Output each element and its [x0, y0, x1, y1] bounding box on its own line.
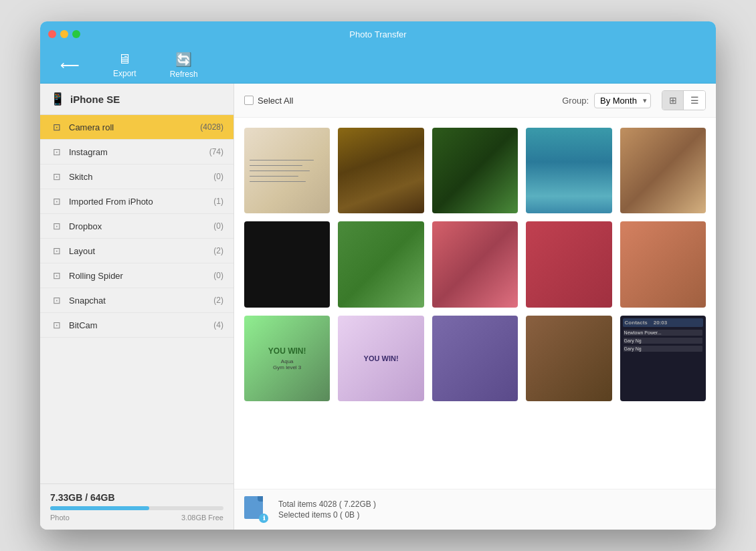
photo-9[interactable]: [526, 221, 611, 307]
footer-icon: ℹ: [244, 496, 268, 523]
photo-grid: YOU WIN!AquaGym level 3YOU WIN!Contacts …: [234, 118, 716, 489]
toolbar: ⟵ 🖥 Export 🔄 Refresh: [40, 47, 716, 84]
sidebar-item-label: Rolling Spider: [69, 271, 210, 281]
sidebar-item-count: (0): [213, 271, 223, 280]
photo-3[interactable]: [432, 128, 518, 213]
sidebar-item-dropbox[interactable]: ⊡ Dropbox (0): [40, 214, 233, 239]
photo-10[interactable]: [620, 221, 706, 307]
group-label: Group:: [562, 96, 589, 106]
back-icon: ⟵: [60, 57, 80, 73]
sidebar-item-label: Instagram: [69, 147, 206, 157]
sidebar-item-skitch[interactable]: ⊡ Skitch (0): [40, 164, 233, 189]
photo-15[interactable]: Contacts 20:03Newtown Power...Gary NgGar…: [620, 316, 706, 401]
content-footer: ℹ Total items 4028 ( 7.22GB ) Selected i…: [234, 489, 716, 530]
album-icon: ⊡: [50, 295, 64, 306]
grid-view-button[interactable]: ⊞: [662, 91, 684, 110]
sidebar-item-count: (4028): [200, 122, 223, 132]
photo-2[interactable]: [338, 128, 423, 213]
sidebar-item-label: Snapchat: [69, 296, 210, 306]
sidebar-item-camera-roll[interactable]: ⊡ Camera roll (4028): [40, 115, 233, 140]
photo-11[interactable]: YOU WIN!AquaGym level 3: [244, 316, 330, 401]
export-label: Export: [113, 69, 136, 78]
back-button[interactable]: ⟵: [54, 54, 86, 76]
sidebar-item-label: Dropbox: [69, 221, 210, 231]
total-items-stat: Total items 4028 ( 7.22GB ): [278, 500, 376, 509]
maximize-button[interactable]: [72, 30, 80, 38]
content-toolbar: Select All Group: By Month By Day By Yea…: [234, 84, 716, 118]
storage-free: 3.08GB Free: [181, 514, 223, 522]
album-icon: ⊡: [50, 270, 64, 281]
album-icon: ⊡: [50, 146, 64, 157]
photo-6[interactable]: [244, 221, 330, 307]
view-toggle: ⊞ ☰: [662, 90, 706, 110]
device-name: iPhone SE: [70, 94, 120, 105]
select-all-checkbox[interactable]: [244, 96, 254, 105]
device-icon: 📱: [50, 92, 65, 106]
storage-sub: Photo 3.08GB Free: [50, 514, 223, 522]
sidebar-item-rolling-spider[interactable]: ⊡ Rolling Spider (0): [40, 263, 233, 288]
storage-used: 7.33GB / 64GB: [50, 492, 223, 503]
sidebar-item-snapchat[interactable]: ⊡ Snapchat (2): [40, 288, 233, 313]
device-header: 📱 iPhone SE: [40, 84, 233, 115]
photo-14[interactable]: [526, 316, 611, 401]
sidebar: 📱 iPhone SE ⊡ Camera roll (4028) ⊡ Insta…: [40, 84, 234, 530]
group-select-wrapper: By Month By Day By Year: [594, 93, 651, 108]
footer-stats: Total items 4028 ( 7.22GB ) Selected ite…: [278, 500, 376, 520]
photo-4[interactable]: [526, 128, 611, 213]
sidebar-item-label: Skitch: [69, 172, 210, 182]
sidebar-item-imported-from-iphoto[interactable]: ⊡ Imported From iPhoto (1): [40, 189, 233, 214]
photo-12[interactable]: YOU WIN!: [338, 316, 423, 401]
content-area: Select All Group: By Month By Day By Yea…: [234, 84, 716, 530]
app-title: Photo Transfer: [349, 29, 406, 39]
photo-1[interactable]: [244, 128, 330, 213]
album-icon: ⊡: [50, 122, 64, 132]
sidebar-item-label: Camera roll: [69, 122, 197, 132]
storage-bar-fill: [50, 506, 149, 510]
group-select[interactable]: By Month By Day By Year: [594, 93, 651, 108]
title-bar: Photo Transfer: [40, 21, 716, 47]
export-button[interactable]: 🖥 Export: [106, 49, 143, 81]
album-icon: ⊡: [50, 171, 64, 182]
sidebar-item-count: (2): [213, 296, 223, 305]
sidebar-item-label: Imported From iPhoto: [69, 197, 210, 207]
album-icon: ⊡: [50, 320, 64, 330]
sidebar-item-label: BitCam: [69, 320, 210, 330]
select-all-label[interactable]: Select All: [258, 96, 293, 106]
select-all-area: Select All: [244, 96, 293, 106]
app-window: Photo Transfer ⟵ 🖥 Export 🔄 Refresh 📱 iP…: [40, 21, 716, 530]
refresh-button[interactable]: 🔄 Refresh: [163, 49, 205, 82]
album-icon: ⊡: [50, 221, 64, 231]
export-icon: 🖥: [118, 51, 131, 67]
minimize-button[interactable]: [60, 30, 68, 38]
list-view-button[interactable]: ☰: [684, 91, 705, 110]
storage-bar-bg: [50, 506, 223, 510]
close-button[interactable]: [48, 30, 56, 38]
info-badge: ℹ: [259, 514, 268, 523]
photo-7[interactable]: [338, 221, 423, 307]
photo-13[interactable]: [432, 316, 518, 401]
selected-items-stat: Selected items 0 ( 0B ): [278, 510, 376, 520]
traffic-lights: [48, 30, 80, 38]
sidebar-item-count: (2): [213, 246, 223, 255]
sidebar-item-bitcam[interactable]: ⊡ BitCam (4): [40, 313, 233, 338]
refresh-icon: 🔄: [175, 51, 192, 68]
sidebar-list: ⊡ Camera roll (4028) ⊡ Instagram (74) ⊡ …: [40, 115, 233, 483]
sidebar-item-count: (0): [213, 172, 223, 181]
sidebar-item-count: (1): [213, 197, 223, 206]
sidebar-item-instagram[interactable]: ⊡ Instagram (74): [40, 140, 233, 164]
refresh-label: Refresh: [170, 70, 198, 79]
photo-8[interactable]: [432, 221, 518, 307]
album-icon: ⊡: [50, 196, 64, 207]
sidebar-item-count: (4): [213, 320, 223, 330]
album-icon: ⊡: [50, 245, 64, 256]
group-area: Group: By Month By Day By Year ⊞ ☰: [562, 90, 706, 110]
sidebar-item-layout[interactable]: ⊡ Layout (2): [40, 239, 233, 263]
sidebar-item-label: Layout: [69, 246, 210, 256]
sidebar-item-count: (0): [213, 221, 223, 231]
sidebar-footer: 7.33GB / 64GB Photo 3.08GB Free: [40, 483, 233, 530]
storage-label: Photo: [50, 514, 70, 522]
photo-5[interactable]: [620, 128, 706, 213]
main-area: 📱 iPhone SE ⊡ Camera roll (4028) ⊡ Insta…: [40, 84, 716, 530]
sidebar-item-count: (74): [209, 147, 223, 156]
